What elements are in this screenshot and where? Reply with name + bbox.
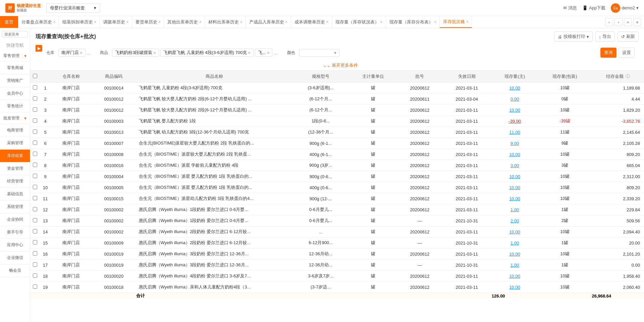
sidebar-item-apps[interactable]: 应用中心 <box>0 239 30 252</box>
print-btn[interactable]: 🖨 按模板打印 ▾ <box>554 32 593 42</box>
row-stock-main[interactable]: 10.00 <box>492 149 538 160</box>
tab-cheng-ben[interactable]: 成本调整单历史 × <box>291 16 332 28</box>
tab-xian-cun-fen[interactable]: 现存量（库存分布表） × <box>386 16 440 28</box>
tab-zu-chai[interactable]: 组装拆卸单历史 × <box>59 16 100 28</box>
warehouse-tag-nanan[interactable]: 南岸门店 × <box>58 49 86 57</box>
row-stock-main[interactable]: 11.00 <box>492 127 538 138</box>
tab-menu-btn[interactable]: ≡ <box>633 18 641 26</box>
tab-yao-huo[interactable]: 要货单历史 × <box>132 16 164 28</box>
remove-product-tag-3[interactable]: × <box>267 50 270 55</box>
row-stock-main[interactable]: 9.00 <box>492 138 538 149</box>
tab-home[interactable]: 首页 <box>0 16 18 28</box>
remove-product-tag-2[interactable]: × <box>248 50 251 55</box>
tab-close-all-btn[interactable]: × <box>624 18 632 26</box>
sidebar-item-retail-shop[interactable]: 零售商城 <box>0 62 30 74</box>
row-stock-main[interactable]: 1.00 <box>492 260 538 271</box>
sidebar-item-base[interactable]: 基础信息 <box>0 188 30 201</box>
close-tab-xian-cun-zhuang[interactable]: × <box>380 20 382 24</box>
tab-cai-liao[interactable]: 材料出库单历史 × <box>205 16 246 28</box>
row-checkbox[interactable] <box>30 282 40 293</box>
tab-next-btn[interactable]: › <box>614 18 623 26</box>
sidebar-item-purchase[interactable]: 采购管理 <box>0 137 30 150</box>
sidebar-item-enterprise[interactable]: 企业协同 <box>0 213 30 226</box>
remove-product-tag-1[interactable]: × <box>154 50 156 55</box>
row-stock-main[interactable]: 1.00 <box>492 204 538 215</box>
sidebar-item-ecom[interactable]: 电商管理 <box>0 124 30 137</box>
sidebar-item-vip[interactable]: 畅会员 <box>0 264 30 277</box>
product-tag-2[interactable]: 飞鹤星飞帆 儿童奶粉 4段(3-6岁适用) 700克 × <box>160 49 254 57</box>
row-checkbox[interactable] <box>30 138 40 149</box>
color-filter-input[interactable]: ▾ <box>299 49 339 57</box>
row-checkbox[interactable] <box>30 127 40 138</box>
app-download-btn[interactable]: 📱 App下载 <box>582 5 605 11</box>
balance-info-icon[interactable]: ⓘ <box>626 74 630 79</box>
row-stock-main[interactable]: 10.00 <box>492 83 538 94</box>
row-checkbox[interactable] <box>30 249 40 260</box>
close-tab-ku-cun-pi[interactable]: × <box>466 20 468 23</box>
export-btn[interactable]: ↓ 导出 <box>595 32 615 42</box>
close-tab-yao-huo[interactable]: × <box>159 20 161 24</box>
row-stock-main[interactable]: 0.00 <box>492 94 538 105</box>
sidebar-item-inventory[interactable]: 库存核算 <box>0 150 30 162</box>
row-stock-main[interactable]: 10.00 <box>492 105 538 116</box>
query-btn[interactable]: 查询 <box>600 48 616 58</box>
row-stock-main[interactable]: 10.00 <box>492 226 538 237</box>
row-checkbox[interactable] <box>30 105 40 116</box>
row-stock-main[interactable]: 10.00 <box>492 282 538 293</box>
close-tab-fen-pan[interactable]: × <box>53 20 55 24</box>
row-checkbox[interactable] <box>30 215 40 226</box>
row-stock-main[interactable]: 10.00 <box>492 249 538 260</box>
close-tab-cai-liao[interactable]: × <box>240 20 242 24</box>
search-input[interactable] <box>2 31 28 38</box>
warehouse-more-btn[interactable]: ... <box>87 50 91 55</box>
row-checkbox[interactable] <box>30 94 40 105</box>
close-tab-diao-bo[interactable]: × <box>126 20 128 24</box>
row-checkbox[interactable] <box>30 193 40 204</box>
row-stock-main[interactable]: -39.00 <box>492 116 538 127</box>
row-checkbox[interactable] <box>30 149 40 160</box>
tab-qi-ta[interactable]: 其他出库单历史 × <box>164 16 205 28</box>
refresh-btn[interactable]: ↺ 刷新 <box>618 32 639 42</box>
close-tab-xian-cun-fen[interactable]: × <box>434 20 436 24</box>
expand-more-btn[interactable]: ⌄⌄ 展开更多条件 <box>46 60 635 70</box>
row-checkbox[interactable] <box>30 204 40 215</box>
sidebar-item-member[interactable]: 会员中心 <box>0 87 30 100</box>
sidebar-item-retail-stats[interactable]: 零售统计 <box>0 100 30 113</box>
row-stock-main[interactable]: 2.00 <box>492 215 538 226</box>
row-checkbox[interactable] <box>30 182 40 193</box>
sidebar-item-weixin[interactable]: 企业微信 <box>0 252 30 264</box>
tab-diao-bo[interactable]: 调拨单历史 × <box>100 16 132 28</box>
close-tab-zu-chai[interactable]: × <box>94 20 96 24</box>
sidebar-item-retail[interactable]: 零售管理 ▾ <box>0 50 30 62</box>
expand-arrow-btn[interactable]: ▶ <box>36 45 42 52</box>
sidebar-item-finance[interactable]: 资金管理 <box>0 162 30 175</box>
product-tag-3[interactable]: 飞... × <box>255 49 272 57</box>
tab-chan-pin[interactable]: 产成品入库单历史 × <box>246 16 291 28</box>
remove-warehouse-tag[interactable]: × <box>80 50 83 55</box>
row-checkbox[interactable] <box>30 260 40 271</box>
row-checkbox[interactable] <box>30 116 40 127</box>
row-stock-main[interactable]: 10.00 <box>492 171 538 182</box>
row-stock-main[interactable]: 3.00 <box>492 160 538 171</box>
row-checkbox[interactable] <box>30 237 40 249</box>
close-tab-chan-pin[interactable]: × <box>285 20 287 24</box>
user-profile[interactable]: Ea demo2 ▾ <box>611 3 639 13</box>
row-stock-main[interactable]: 10.00 <box>492 193 538 204</box>
row-stock-main[interactable]: 1.00 <box>492 237 538 249</box>
row-checkbox[interactable] <box>30 83 40 94</box>
sidebar-item-system[interactable]: 系统管理 <box>0 201 30 213</box>
tab-ku-cun-pi[interactable]: 库存批次账 × <box>440 16 472 28</box>
messages-btn[interactable]: ✉ 消息 <box>563 5 577 11</box>
row-checkbox[interactable] <box>30 171 40 182</box>
close-tab-qi-ta[interactable]: × <box>199 20 201 24</box>
sidebar-item-operations[interactable]: 经营管理 <box>0 175 30 188</box>
sidebar-item-guide[interactable]: 新手引导 <box>0 226 30 239</box>
row-checkbox[interactable] <box>30 226 40 237</box>
product-tag-1[interactable]: 飞鹤奶粉3段罐摆装 × <box>112 49 159 57</box>
row-checkbox[interactable] <box>30 271 40 282</box>
select-all-checkbox[interactable] <box>33 74 37 78</box>
tab-prev-btn[interactable]: ‹ <box>605 18 613 26</box>
nav-dropdown[interactable]: 母婴行业演示账套 ▾ <box>46 3 100 13</box>
close-tab-cheng-ben[interactable]: × <box>326 20 328 24</box>
tab-fen-pan[interactable]: 分量盘点单历史 × <box>18 16 59 28</box>
